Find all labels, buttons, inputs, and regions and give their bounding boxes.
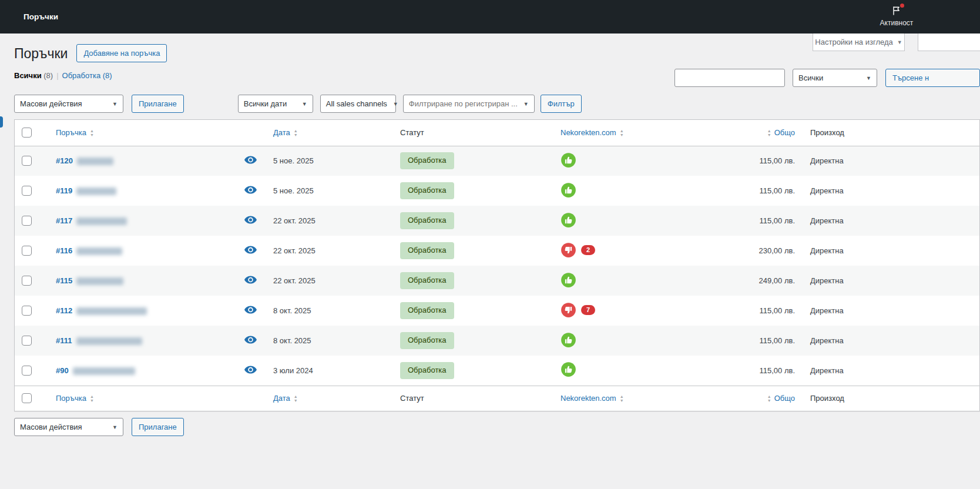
sort-arrows-icon: ▲▼ [294, 129, 298, 137]
order-link[interactable]: #90 [56, 366, 135, 375]
table-row: #120 5 ное. 2025 Обработка 115,00 лв. Ди… [15, 146, 979, 176]
order-link[interactable]: #117 [56, 216, 127, 225]
order-preview-eye-icon[interactable] [244, 306, 257, 314]
order-link[interactable]: #119 [56, 186, 116, 195]
order-number: #116 [56, 246, 72, 255]
sort-by-nekorekten[interactable]: Nekorekten.com▲▼ [561, 394, 624, 403]
order-total: 115,00 лв. [759, 336, 795, 345]
order-preview-eye-icon[interactable] [244, 186, 257, 194]
sort-by-date[interactable]: Дата▲▼ [273, 394, 298, 403]
thumbs-up-icon[interactable] [561, 182, 576, 198]
search-scope-select[interactable]: Всички ▼ [793, 69, 877, 87]
thumbs-up-icon[interactable] [561, 152, 576, 168]
sort-arrows-icon: ▲▼ [767, 129, 771, 137]
sort-by-total[interactable]: ▲▼Общо [743, 128, 795, 137]
order-number: #117 [56, 216, 72, 225]
status-views: Всички (8)|Обработка (8) [14, 71, 112, 80]
order-link[interactable]: #120 [56, 156, 113, 165]
redacted-customer-name [76, 307, 147, 315]
row-checkbox[interactable] [22, 156, 32, 166]
table-footer-row: Поръчка▲▼ Дата▲▼ Статут Nekorekten.com▲▼… [15, 386, 979, 411]
table-header-row: Поръчка▲▼ Дата▲▼ Статут Nekorekten.com▲▼… [15, 120, 979, 146]
sort-arrows-icon: ▲▼ [90, 394, 94, 403]
admin-bar-activity[interactable]: Активност [874, 5, 919, 27]
row-checkbox[interactable] [22, 186, 32, 196]
order-preview-eye-icon[interactable] [244, 336, 257, 344]
order-preview-eye-icon[interactable] [244, 216, 257, 224]
order-origin: Директна [810, 366, 844, 375]
thumbs-up-icon[interactable] [561, 212, 576, 228]
order-origin: Директна [810, 306, 844, 315]
row-checkbox[interactable] [22, 336, 32, 346]
order-preview-eye-icon[interactable] [244, 246, 257, 254]
row-checkbox[interactable] [22, 366, 32, 376]
order-preview-eye-icon[interactable] [244, 366, 257, 374]
order-preview-eye-icon[interactable] [244, 156, 257, 164]
select-all-checkbox[interactable] [22, 128, 32, 138]
sort-by-total[interactable]: ▲▼Общо [743, 394, 795, 403]
view-processing-link[interactable]: Обработка (8) [62, 71, 112, 80]
thumbs-down-icon[interactable]: 7 [561, 302, 595, 318]
registered-customer-select[interactable]: Филтриране по регистриран ... ▼ [403, 95, 535, 113]
views-separator: | [56, 71, 58, 80]
chevron-down-icon: ▼ [897, 39, 902, 45]
order-link[interactable]: #112 [56, 306, 147, 315]
apply-button-bottom[interactable]: Прилагане [132, 418, 184, 436]
add-order-button[interactable]: Добавяне на поръчка [76, 44, 167, 62]
sort-by-date[interactable]: Дата▲▼ [273, 128, 298, 137]
order-origin: Директна [810, 186, 844, 195]
thumbs-up-icon[interactable] [561, 332, 576, 348]
sales-channels-select[interactable]: All sales channels ▼ [320, 95, 396, 113]
filter-button[interactable]: Филтър [541, 95, 582, 113]
sort-by-order[interactable]: Поръчка▲▼ [56, 394, 94, 403]
search-orders-button[interactable]: Търсене н [885, 69, 980, 87]
view-all-link[interactable]: Всички (8) [14, 71, 53, 80]
sort-by-order[interactable]: Поръчка▲▼ [56, 128, 94, 137]
order-status-badge: Обработка [400, 272, 454, 289]
order-number: #119 [56, 186, 72, 195]
table-row: #116 22 окт. 2025 Обработка 2 230,00 лв.… [15, 236, 979, 266]
apply-button[interactable]: Прилагане [132, 95, 184, 113]
order-preview-eye-icon[interactable] [244, 276, 257, 284]
order-total: 230,00 лв. [759, 246, 795, 255]
order-link[interactable]: #111 [56, 336, 142, 345]
order-origin: Директна [810, 216, 844, 225]
row-checkbox[interactable] [22, 246, 32, 256]
screen-options-toggle[interactable]: Настройки на изгледа ▼ [813, 34, 905, 51]
sort-by-nekorekten[interactable]: Nekorekten.com▲▼ [561, 128, 624, 137]
report-count-badge: 2 [581, 245, 595, 255]
order-date: 22 окт. 2025 [273, 276, 316, 285]
order-number: #120 [56, 156, 73, 165]
help-tab-partial[interactable] [918, 34, 980, 51]
order-total: 115,00 лв. [759, 156, 795, 165]
redacted-customer-name [76, 277, 123, 285]
redacted-customer-name [76, 337, 142, 345]
order-total: 115,00 лв. [759, 186, 795, 195]
admin-menu-collapse-arrow[interactable] [0, 116, 3, 128]
thumbs-down-icon[interactable]: 2 [561, 242, 595, 258]
order-link[interactable]: #115 [56, 276, 123, 285]
thumbs-up-icon[interactable] [561, 272, 576, 288]
order-link[interactable]: #116 [56, 246, 122, 255]
order-status-badge: Обработка [400, 332, 454, 349]
order-origin: Директна [810, 336, 844, 345]
row-checkbox[interactable] [22, 306, 32, 316]
table-row: #115 22 окт. 2025 Обработка 249,00 лв. Д… [15, 266, 979, 296]
row-checkbox[interactable] [22, 216, 32, 226]
select-all-checkbox-bottom[interactable] [22, 393, 32, 403]
table-row: #111 8 окт. 2025 Обработка 115,00 лв. Ди… [15, 326, 979, 356]
chevron-down-icon: ▼ [302, 101, 307, 107]
bulk-actions-select-bottom[interactable]: Масови действия ▼ [14, 418, 123, 436]
column-origin-label: Произход [810, 394, 844, 403]
column-status-label: Статут [400, 394, 424, 403]
order-total: 115,00 лв. [759, 216, 795, 225]
bulk-actions-select[interactable]: Масови действия ▼ [14, 95, 123, 113]
order-date: 22 окт. 2025 [273, 246, 316, 255]
order-search-input[interactable] [674, 69, 785, 87]
order-date: 5 ное. 2025 [273, 186, 314, 195]
dates-filter-select[interactable]: Всички дати ▼ [238, 95, 313, 113]
row-checkbox[interactable] [22, 276, 32, 286]
page-title: Поръчки [14, 45, 68, 62]
admin-bar-orders-link[interactable]: Поръчки [24, 0, 58, 34]
thumbs-up-icon[interactable] [561, 361, 576, 377]
